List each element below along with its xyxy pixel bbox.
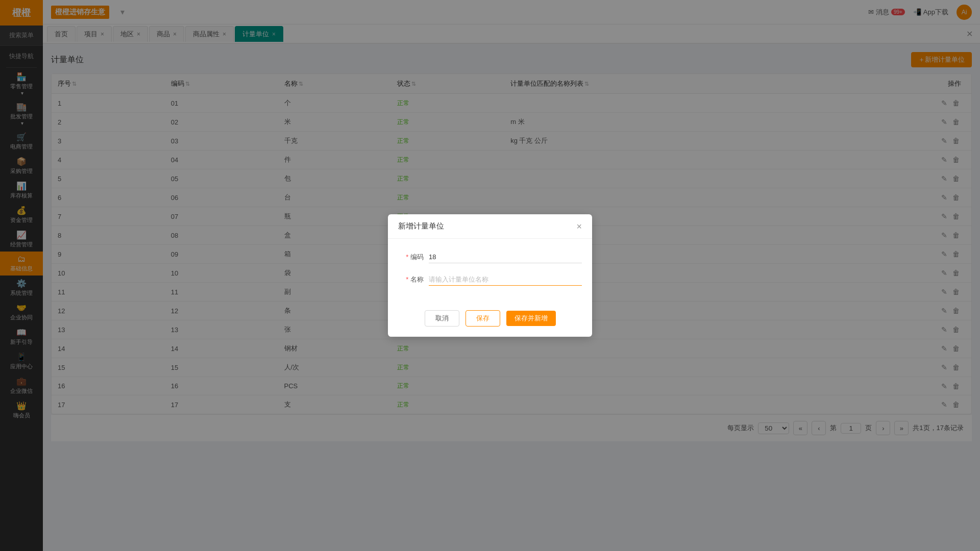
required-star: *	[406, 276, 408, 283]
save-new-button[interactable]: 保存并新增	[506, 311, 556, 326]
code-label: * 编码	[398, 253, 429, 262]
modal-title: 新增计量单位	[398, 221, 444, 231]
cancel-button[interactable]: 取消	[425, 310, 459, 327]
modal-close-button[interactable]: ×	[576, 222, 582, 231]
modal-footer: 取消 保存 保存并新增	[388, 304, 592, 337]
name-input[interactable]	[429, 273, 582, 286]
modal-overlay: 新增计量单位 × * 编码 * 名称 取消 保存 保存并新增	[0, 0, 980, 551]
save-button[interactable]: 保存	[465, 310, 500, 327]
add-unit-modal: 新增计量单位 × * 编码 * 名称 取消 保存 保存并新增	[388, 214, 592, 337]
modal-header: 新增计量单位 ×	[388, 214, 592, 239]
form-row-code: * 编码	[398, 251, 582, 263]
required-star: *	[406, 253, 408, 261]
code-input[interactable]	[429, 251, 582, 263]
name-label: * 名称	[398, 275, 429, 284]
form-row-name: * 名称	[398, 273, 582, 286]
modal-body: * 编码 * 名称	[388, 239, 592, 304]
